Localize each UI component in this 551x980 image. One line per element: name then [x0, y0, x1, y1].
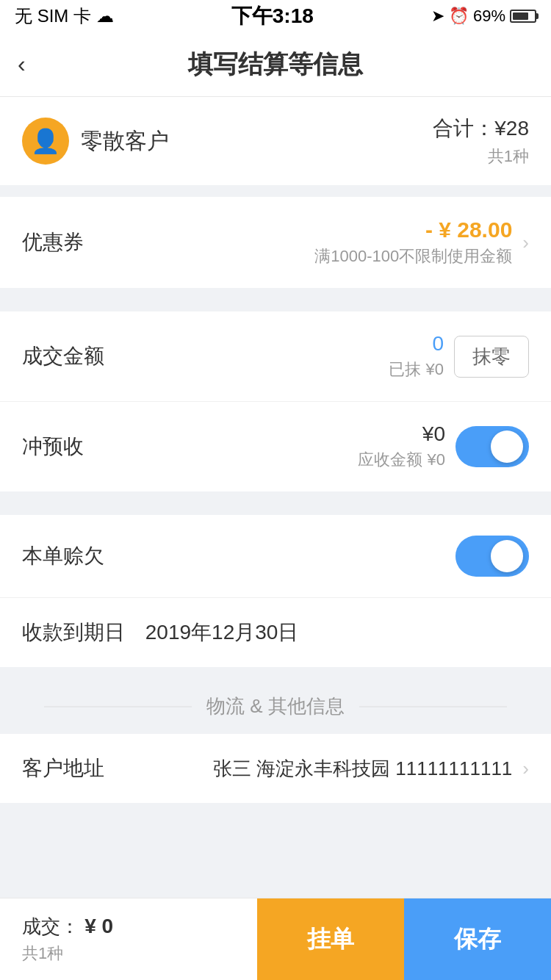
deal-section: 成交金额 0 已抹 ¥0 抹零 冲预收 ¥0 应收金额 ¥0 — [0, 311, 551, 491]
alarm-icon: ⏰ — [449, 7, 469, 26]
page-title: 填写结算等信息 — [188, 48, 363, 82]
address-right: 张三 海淀永丰科技园 11111111111 › — [213, 756, 529, 782]
status-left: 无 SIM 卡 ☁ — [15, 4, 114, 28]
coupon-sub: 满1000-100不限制使用金额 — [314, 245, 512, 267]
address-label: 客户地址 — [22, 754, 104, 782]
deal-amount-right: 0 已抹 ¥0 抹零 — [389, 332, 529, 381]
bottom-bar: 成交： ¥ 0 共1种 挂单 保存 — [0, 898, 551, 980]
address-section: 客户地址 张三 海淀永丰科技园 11111111111 › — [0, 734, 551, 803]
content-area: 👤 零散客户 合计：¥28 共1种 优惠券 - ¥ 28.00 满1000-10… — [0, 97, 551, 903]
toggle-thumb — [491, 430, 523, 463]
overdue-toggle-thumb — [491, 540, 523, 572]
coupon-row[interactable]: 优惠券 - ¥ 28.00 满1000-100不限制使用金额 › — [0, 197, 551, 288]
divider-2 — [0, 503, 551, 515]
location-icon: ➤ — [431, 7, 444, 26]
back-button[interactable]: ‹ — [18, 51, 26, 78]
divider-1 — [0, 300, 551, 311]
customer-row: 👤 零散客户 合计：¥28 共1种 — [0, 97, 551, 185]
toggle-track — [455, 426, 529, 467]
nav-bar: ‹ 填写结算等信息 — [0, 32, 551, 97]
hold-button[interactable]: 挂单 — [257, 898, 404, 980]
prepayment-values: ¥0 应收金额 ¥0 — [358, 422, 445, 471]
logistics-label-text: 物流 & 其他信息 — [192, 695, 359, 717]
avatar: 👤 — [22, 118, 69, 165]
customer-right: 合计：¥28 共1种 — [433, 115, 529, 167]
bottom-count: 共1种 — [22, 943, 257, 965]
prepayment-value: ¥0 — [358, 422, 445, 446]
battery-percent: 69% — [473, 7, 505, 26]
prepayment-right: ¥0 应收金额 ¥0 — [358, 422, 529, 471]
save-button[interactable]: 保存 — [404, 898, 551, 980]
overdue-label: 本单赊欠 — [22, 542, 104, 570]
due-date-row: 收款到期日 2019年12月30日 — [0, 598, 551, 667]
prepayment-row: 冲预收 ¥0 应收金额 ¥0 — [0, 402, 551, 491]
overdue-section: 本单赊欠 收款到期日 2019年12月30日 — [0, 515, 551, 667]
customer-total: 合计：¥28 — [433, 115, 529, 143]
deal-amount-row: 成交金额 0 已抹 ¥0 抹零 — [0, 311, 551, 402]
overdue-toggle-track — [455, 536, 529, 577]
address-row[interactable]: 客户地址 张三 海淀永丰科技园 11111111111 › — [0, 734, 551, 803]
prepayment-label: 冲预收 — [22, 433, 84, 461]
due-date-value: 2019年12月30日 — [145, 621, 299, 644]
sim-text: 无 SIM 卡 ☁ — [15, 4, 114, 28]
status-right: ➤ ⏰ 69% — [431, 7, 536, 26]
customer-name: 零散客户 — [81, 126, 169, 156]
coupon-right: - ¥ 28.00 满1000-100不限制使用金额 › — [314, 217, 529, 267]
coupon-section: 优惠券 - ¥ 28.00 满1000-100不限制使用金额 › — [0, 197, 551, 288]
bottom-summary: 成交： ¥ 0 共1种 — [0, 914, 257, 965]
prepayment-sub: 应收金额 ¥0 — [358, 449, 445, 471]
coupon-discount: - ¥ 28.00 — [314, 217, 512, 242]
bottom-deal-line: 成交： ¥ 0 — [22, 914, 257, 940]
coupon-values: - ¥ 28.00 满1000-100不限制使用金额 — [314, 217, 512, 267]
address-chevron: › — [522, 757, 529, 780]
prepayment-toggle[interactable] — [455, 426, 529, 467]
battery-icon — [510, 10, 536, 23]
customer-count: 共1种 — [433, 145, 529, 167]
overdue-toggle[interactable] — [455, 536, 529, 577]
deal-amount-label: 成交金额 — [22, 342, 104, 370]
overdue-right — [455, 536, 529, 577]
bottom-deal-value: ¥ 0 — [84, 915, 113, 937]
round-zero-button[interactable]: 抹零 — [454, 336, 529, 378]
coupon-label: 优惠券 — [22, 228, 84, 256]
address-value: 张三 海淀永丰科技园 11111111111 — [213, 756, 513, 782]
customer-left: 👤 零散客户 — [22, 118, 169, 165]
status-time: 下午3:18 — [231, 2, 314, 30]
avatar-icon: 👤 — [31, 127, 60, 155]
deal-amount-value: 0 — [389, 332, 444, 356]
status-bar: 无 SIM 卡 ☁ 下午3:18 ➤ ⏰ 69% — [0, 0, 551, 32]
due-date-label: 收款到期日 — [22, 621, 125, 644]
overdue-row: 本单赊欠 — [0, 515, 551, 598]
logistics-section-label: 物流 & 其他信息 — [0, 679, 551, 734]
bottom-deal-label: 成交： — [22, 915, 79, 937]
deal-amount-values: 0 已抹 ¥0 — [389, 332, 444, 381]
coupon-chevron: › — [522, 231, 529, 254]
deal-amount-sub: 已抹 ¥0 — [389, 359, 444, 381]
